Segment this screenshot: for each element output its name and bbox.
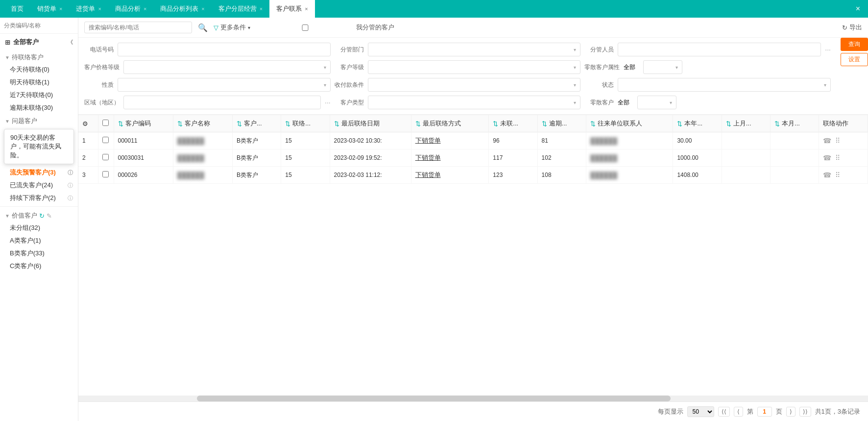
row-checkbox[interactable] (102, 154, 109, 160)
sidebar-item-class-a[interactable]: A类客户(1) (0, 234, 78, 247)
last-page-button[interactable]: ⟩⟩ (799, 407, 811, 417)
contact-method-link[interactable]: 下销货单 (415, 137, 441, 144)
th-this-month[interactable]: ⇅本月... (771, 115, 819, 132)
search-input[interactable] (84, 22, 192, 33)
person-select[interactable] (618, 43, 821, 56)
dept-select[interactable]: ▾ (368, 43, 581, 56)
export-button[interactable]: ↻ 导出 (842, 23, 862, 32)
sidebar-item-7days[interactable]: 近7天待联络(0) (0, 89, 78, 101)
edit-icon[interactable]: ✎ (47, 212, 52, 220)
contact-method-link[interactable]: 下销货单 (415, 154, 441, 161)
sidebar-item-declining[interactable]: 持续下滑客户(2) ⓘ (0, 192, 78, 204)
sidebar-item-overdue-contact[interactable]: 逾期未联络(30) (0, 101, 78, 114)
phone-input[interactable] (118, 43, 331, 56)
my-customers-check[interactable] (256, 25, 354, 31)
sidebar-item-ungroup[interactable]: 未分组(32) (0, 222, 78, 234)
select-all-checkbox[interactable] (102, 120, 109, 126)
sidebar-item-today[interactable]: 今天待联络(0) (0, 63, 78, 76)
sort-icon: ⇅ (415, 120, 421, 127)
td-overdue: 102 (537, 149, 586, 167)
td-checkbox (98, 149, 114, 167)
th-last-contact-date[interactable]: ⇅最后联络日期 (330, 115, 411, 132)
th-name[interactable]: ⇅客户名称 (173, 115, 232, 132)
close-icon[interactable]: × (305, 6, 308, 12)
sidebar-item-churn-warning[interactable]: 流失预警客户(3) ⓘ (0, 166, 78, 179)
page-input[interactable] (757, 407, 772, 417)
contact-icon[interactable]: ☎ (823, 137, 831, 145)
more-actions-icon[interactable]: ⠿ (835, 171, 840, 179)
tab-customer-contact[interactable]: 客户联系 × (269, 0, 314, 18)
customer-type-select[interactable]: ▾ (368, 96, 581, 109)
customer-level-select[interactable]: ▾ (368, 60, 581, 74)
close-icon[interactable]: × (260, 6, 263, 12)
th-action: 联络动作 (819, 115, 868, 132)
table-footer: 每页显示 50 100 ⟨⟨ ⟨ 第 页 ⟩ ⟩⟩ 共1页，3条记录 (78, 401, 868, 421)
th-type[interactable]: ⇅客户... (232, 115, 281, 132)
th-contact-person[interactable]: ⇅往来单位联系人 (586, 115, 673, 132)
row-checkbox[interactable] (102, 171, 109, 177)
retail-customer-select[interactable]: ▾ (637, 96, 676, 109)
th-last-month[interactable]: ⇅上月... (722, 115, 770, 132)
refresh-icon[interactable]: ↻ (39, 212, 45, 220)
close-icon[interactable]: × (201, 6, 204, 12)
search-button[interactable]: 🔍 (198, 23, 208, 32)
content-area: 🔍 ▽ 更多条件 ▾ 我分管的客户 ↻ 导出 电话号码 (78, 18, 868, 421)
sidebar-all-customers[interactable]: ⊞ 全部客户 《 (0, 34, 78, 50)
retail-attr-select[interactable]: ▾ (643, 60, 682, 74)
section-pending-contact[interactable]: ▼ 待联络客户 (0, 50, 78, 63)
th-uncontacted[interactable]: ⇅未联... (489, 115, 537, 132)
filter-dept: 分管部门 ▾ (335, 43, 581, 56)
sidebar-search-input[interactable] (4, 22, 77, 29)
contact-method-link[interactable]: 下销货单 (415, 171, 441, 178)
settings-icon[interactable]: ⚙ (82, 120, 88, 127)
my-customers-checkbox[interactable]: 我分管的客户 (256, 23, 394, 32)
contact-icon[interactable]: ☎ (823, 171, 831, 179)
section-value-customers[interactable]: ▼ 价值客户 ↻ ✎ (0, 209, 78, 222)
per-page-select[interactable]: 50 100 (687, 406, 714, 417)
td-checkbox (98, 167, 114, 184)
more-actions-icon[interactable]: ⠿ (835, 154, 840, 162)
tab-home[interactable]: 首页 (4, 0, 30, 18)
sidebar-item-class-c[interactable]: C类客户(6) (0, 260, 78, 272)
chevron-down-icon: ▾ (324, 82, 326, 88)
row-checkbox[interactable] (102, 137, 109, 143)
status-select[interactable]: ▾ (618, 78, 831, 92)
th-contact-count[interactable]: ⇅联络... (281, 115, 330, 132)
th-this-year[interactable]: ⇅本年... (673, 115, 722, 132)
close-icon[interactable]: × (144, 6, 146, 12)
tab-purchase[interactable]: 进货单 × (69, 0, 108, 18)
first-page-button[interactable]: ⟨⟨ (718, 407, 730, 417)
tab-analysis[interactable]: 商品分析 × (108, 0, 153, 18)
region-select[interactable] (123, 96, 321, 109)
settings-button[interactable]: 设置 (841, 53, 868, 66)
close-icon[interactable]: × (59, 6, 62, 12)
prev-page-button[interactable]: ⟨ (734, 407, 743, 417)
sort-icon: ⇅ (334, 120, 339, 127)
scrollbar-thumb[interactable] (197, 396, 671, 401)
window-close-button[interactable]: × (852, 4, 864, 13)
th-last-contact-method[interactable]: ⇅最后联络方式 (411, 115, 489, 132)
section-problem-customers[interactable]: ▼ 问题客户 (0, 114, 78, 127)
horizontal-scrollbar[interactable] (78, 396, 868, 401)
query-button[interactable]: 查询 (841, 38, 868, 51)
tab-sales[interactable]: 销货单 × (30, 0, 69, 18)
sidebar-item-tomorrow[interactable]: 明天待联络(1) (0, 76, 78, 89)
sidebar-item-class-b[interactable]: B类客户(33) (0, 247, 78, 260)
th-overdue[interactable]: ⇅逾期... (537, 115, 586, 132)
close-icon[interactable]: × (98, 6, 101, 12)
sidebar-item-churned[interactable]: 已流失客户(24) ⓘ (0, 179, 78, 192)
more-conditions-button[interactable]: ▽ 更多条件 ▾ (214, 23, 250, 32)
td-this-month (771, 132, 819, 149)
next-page-button[interactable]: ⟩ (786, 407, 796, 417)
more-actions-icon[interactable]: ⠿ (835, 137, 840, 145)
th-settings[interactable]: ⚙ (78, 115, 98, 132)
th-code[interactable]: ⇅客户编码 (114, 115, 173, 132)
price-level-select[interactable]: ▾ (123, 60, 331, 74)
region-more-icon[interactable]: ··· (325, 99, 331, 106)
tab-analysis-list[interactable]: 商品分析列表 × (153, 0, 211, 18)
tab-customer-layer[interactable]: 客户分层经营 × (212, 0, 269, 18)
payment-select[interactable]: ▾ (368, 78, 581, 92)
contact-icon[interactable]: ☎ (823, 154, 831, 162)
more-options-icon[interactable]: ··· (825, 46, 831, 53)
nature-select[interactable]: ▾ (118, 78, 331, 92)
